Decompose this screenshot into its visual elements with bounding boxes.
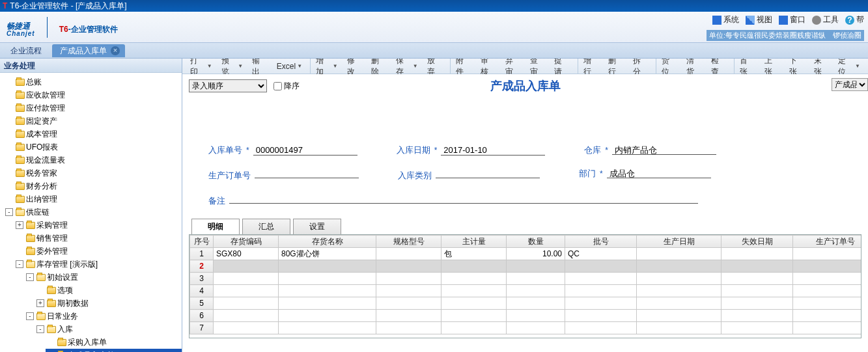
cell-edate[interactable] [721,285,793,297]
tree-in[interactable]: -入库 [35,323,182,336]
cell-orderno[interactable] [793,248,862,260]
tree-cost[interactable]: 成本管理 [4,128,182,141]
col-edate[interactable]: 失效日期 [721,236,793,248]
col-orderno[interactable]: 生产订单号 [793,236,862,248]
cell-edate[interactable] [721,248,793,260]
tree-ar[interactable]: 应收款管理 [4,88,182,102]
collapse-icon[interactable]: - [26,273,34,281]
cell-unit[interactable] [441,273,507,285]
col-seq[interactable]: 序号 [190,236,214,248]
cell-name[interactable] [279,297,376,310]
cell-seq[interactable]: 6 [190,310,214,322]
cell-code[interactable] [214,322,279,334]
collapse-icon[interactable]: - [36,325,44,333]
cell-pdate[interactable] [637,273,721,285]
tree-purin[interactable]: 采购入库单 [46,336,182,349]
close-icon[interactable]: × [111,46,120,55]
tree-gl[interactable]: 总账 [4,75,182,88]
tree-purchase[interactable]: +采购管理 [14,219,182,232]
tab-detail[interactable]: 明细 [191,219,240,234]
cell-code[interactable] [214,260,279,273]
cell-seq[interactable]: 5 [190,297,214,310]
cell-orderno[interactable] [793,310,862,322]
cell-batch[interactable] [565,260,637,273]
cell-qty[interactable] [507,260,565,273]
cell-name[interactable] [279,273,376,285]
menu-system[interactable]: 系统 [712,14,739,25]
cell-code[interactable] [214,297,279,310]
table-row[interactable]: 7 [190,322,862,334]
cell-pdate[interactable] [637,248,721,260]
cell-seq[interactable]: 1 [190,248,214,260]
cell-qty[interactable] [507,322,565,334]
tree-outsource[interactable]: 委外管理 [14,245,182,258]
desc-checkbox[interactable] [273,82,282,90]
cell-orderno[interactable] [793,297,862,310]
tree-sales[interactable]: 销售管理 [14,232,182,245]
tab-summary[interactable]: 汇总 [242,219,290,234]
cell-seq[interactable]: 7 [190,322,214,334]
input-memo[interactable] [229,193,698,204]
cell-unit[interactable] [441,297,507,310]
cell-spec[interactable] [376,310,441,322]
cell-spec[interactable] [376,322,441,334]
cell-pdate[interactable] [637,285,721,297]
cell-batch[interactable] [565,273,637,285]
cell-orderno[interactable] [793,260,862,273]
collapse-icon[interactable]: - [16,260,23,268]
table-row[interactable]: 3 [190,273,862,285]
cell-spec[interactable] [376,297,441,310]
tree-initdata[interactable]: +期初数据 [35,297,182,310]
tree-fin[interactable]: 财务分析 [4,180,182,193]
cell-edate[interactable] [721,260,793,273]
sort-select[interactable]: 录入顺序 [189,79,267,92]
tree-init[interactable]: -初始设置 [25,271,182,284]
input-warehouse[interactable]: 内销产品仓 [612,144,716,155]
cell-qty[interactable] [507,297,565,310]
collapse-icon[interactable]: - [5,208,13,216]
cell-qty[interactable] [507,273,565,285]
doc-type-select[interactable]: 产成品入库 [832,78,868,91]
col-code[interactable]: 存货编码 [214,236,279,248]
cell-seq[interactable]: 4 [190,285,214,297]
desc-checkbox-label[interactable]: 降序 [273,81,300,92]
cell-pdate[interactable] [637,297,721,310]
col-name[interactable]: 存货名称 [279,236,376,248]
cell-unit[interactable] [441,322,507,334]
input-type[interactable] [436,168,540,178]
cell-orderno[interactable] [793,322,862,334]
cell-unit[interactable] [441,260,507,273]
tree-cash[interactable]: 现金流量表 [4,154,182,167]
tree-scm[interactable]: -供应链 [4,206,182,219]
cell-orderno[interactable] [793,285,862,297]
cell-name[interactable] [279,260,376,273]
tree-cashier[interactable]: 出纳管理 [4,193,182,206]
tab-document-active[interactable]: 产成品入库单 × [52,44,125,57]
cell-name[interactable] [279,322,376,334]
cell-edate[interactable] [721,297,793,310]
table-row[interactable]: 1SGX8080G灌心饼包10.00QC [190,248,862,260]
tab-enterprise-flow[interactable]: 企业流程 [0,43,52,59]
tree-ap[interactable]: 应付款管理 [4,102,182,115]
cell-orderno[interactable] [793,273,862,285]
cell-unit[interactable] [441,310,507,322]
cell-qty[interactable] [507,285,565,297]
cell-code[interactable] [214,285,279,297]
table-row[interactable]: 2 [190,260,862,273]
cell-edate[interactable] [721,273,793,285]
col-unit[interactable]: 主计量 [441,236,507,248]
cell-code[interactable]: SGX80 [214,248,279,260]
input-dept[interactable]: 成品仓 [607,168,711,178]
tree-prodin[interactable]: 产成品入库单 [46,349,182,352]
cell-batch[interactable] [565,322,637,334]
input-date[interactable]: 2017-01-10 [441,145,545,156]
col-pdate[interactable]: 生产日期 [637,236,721,248]
expand-icon[interactable]: + [16,221,23,229]
cell-spec[interactable] [376,285,441,297]
tree-daily[interactable]: -日常业务 [25,310,182,323]
tree-fa[interactable]: 固定资产 [4,115,182,128]
cell-pdate[interactable] [637,310,721,322]
cell-seq[interactable]: 2 [190,260,214,273]
table-row[interactable]: 4 [190,285,862,297]
menu-tools[interactable]: 工具 [812,14,839,25]
